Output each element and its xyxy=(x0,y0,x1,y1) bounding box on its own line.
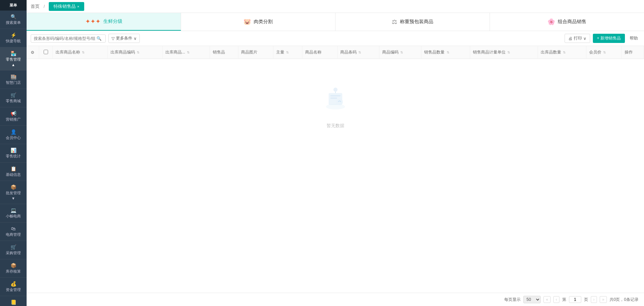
th-sale-qty[interactable]: 销售品数量 ⇅ xyxy=(421,46,470,59)
page-size-label: 每页显示 xyxy=(504,297,521,303)
product-table: ⚙ 出库商品名称 ⇅ 出库商品编码 ⇅ xyxy=(27,46,644,59)
sidebar-item-stock-check[interactable]: 📦 库存核算 xyxy=(0,259,27,278)
sort-icon[interactable]: ⇅ xyxy=(358,50,361,54)
sidebar-item-wholesale-mgmt[interactable]: 📦 批发管理 ▼ xyxy=(0,181,27,204)
th-product-image-label: 商品图片 xyxy=(241,50,257,55)
next-page-button[interactable]: › xyxy=(591,296,597,303)
sort-icon[interactable]: ⇅ xyxy=(286,50,289,54)
expand-arrow-icon: ▲ xyxy=(12,63,15,67)
sidebar-item-basic-info[interactable]: 📋 基础信息 xyxy=(0,163,27,181)
quick-nav-icon: ⚡ xyxy=(11,32,16,38)
main-content: 首页 / 特殊销售品 × ✦✦✦ 生鲜分级 🐷 肉类分割 ⚖ 称重预包装商品 🌸 xyxy=(27,0,644,306)
top-bar: 首页 / 特殊销售品 × xyxy=(27,0,644,13)
add-product-button[interactable]: + 新增销售品 xyxy=(593,34,625,43)
svg-rect-2 xyxy=(330,95,341,96)
sidebar-item-search-menu[interactable]: 🔍 搜索菜单 xyxy=(0,11,27,29)
th-out-product-code-label: 出库商品编码 xyxy=(110,50,135,55)
sort-icon[interactable]: ⇅ xyxy=(400,50,403,54)
sidebar-item-ecom-mgmt[interactable]: 🛍 电商管理 xyxy=(0,223,27,241)
print-label: 打印 xyxy=(574,35,582,41)
page-input[interactable] xyxy=(569,296,581,303)
sidebar-item-label: 电商管理 xyxy=(6,232,21,237)
fresh-grade-icon: ✦✦✦ xyxy=(85,18,101,25)
tab-meat-cut[interactable]: 🐷 肉类分割 xyxy=(181,13,335,31)
search-icon[interactable]: 🔍 xyxy=(96,36,102,41)
sidebar-item-purchase-mgmt[interactable]: 🛒 采购管理 xyxy=(0,241,27,259)
help-button[interactable]: 帮助 xyxy=(628,34,640,43)
th-out-product-more-label: 出库商品... xyxy=(165,50,185,55)
smart-store-icon: 🏬 xyxy=(11,74,16,79)
page-size-select[interactable]: 50 10 20 100 xyxy=(523,296,541,303)
page-label: 第 xyxy=(562,297,566,303)
sidebar-item-retail-mgmt[interactable]: 🏪 零售管理 ▲ xyxy=(0,47,27,71)
tab-close-button[interactable]: × xyxy=(77,4,79,9)
sort-icon[interactable]: ⇅ xyxy=(82,50,85,54)
retail-mgmt-icon: 🏪 xyxy=(11,51,16,56)
sidebar-item-quick-nav[interactable]: ⚡ 快捷导航 xyxy=(0,29,27,47)
search-menu-icon: 🔍 xyxy=(11,14,16,19)
th-sale-unit[interactable]: 销售商品计量单位 ⇅ xyxy=(470,46,538,59)
sort-icon[interactable]: ⇅ xyxy=(137,50,139,54)
prev-page-button[interactable]: ‹ xyxy=(553,296,559,303)
th-out-product-name[interactable]: 出库商品名称 ⇅ xyxy=(53,46,107,59)
sort-icon[interactable]: ⇅ xyxy=(447,50,449,54)
th-member-price[interactable]: 会员价 ⇅ xyxy=(586,46,621,59)
sidebar-item-label: 搜索菜单 xyxy=(6,20,21,25)
sort-icon[interactable]: ⇅ xyxy=(563,50,566,54)
sidebar-item-smart-store[interactable]: 🏬 智慧门店 xyxy=(0,71,27,89)
th-product-image[interactable]: 商品图片 xyxy=(238,46,273,59)
sidebar-item-retail-mall[interactable]: 🛒 零售商城 xyxy=(0,89,27,107)
tab-scale-prepack[interactable]: ⚖ 称重预包装商品 xyxy=(335,13,490,31)
column-settings-icon[interactable]: ⚙ xyxy=(31,50,34,55)
mini-ecom-icon: 💻 xyxy=(11,208,16,213)
tab-label: 特殊销售品 xyxy=(54,3,76,10)
empty-icon xyxy=(322,86,349,119)
filter-button[interactable]: ▽ 更多条件 ∨ xyxy=(108,34,140,43)
first-page-button[interactable]: « xyxy=(543,296,551,303)
collapse-arrow-icon: ▼ xyxy=(12,196,15,200)
search-input[interactable] xyxy=(34,36,95,41)
th-product-barcode[interactable]: 商品条码 ⇅ xyxy=(337,46,379,59)
print-button[interactable]: 🖨 打印 ∨ xyxy=(565,34,590,43)
svg-rect-3 xyxy=(330,97,337,99)
add-btn-label: + 新增销售品 xyxy=(597,35,621,41)
th-product-code[interactable]: 商品编码 ⇅ xyxy=(379,46,421,59)
sidebar-item-label: 智慧门店 xyxy=(6,80,21,85)
page-area: ✦✦✦ 生鲜分级 🐷 肉类分割 ⚖ 称重预包装商品 🌸 组合商品销售 🔍 xyxy=(27,13,644,306)
sidebar-item-fund-mgmt[interactable]: 💰 资金管理 xyxy=(0,278,27,296)
sort-icon[interactable]: ⇅ xyxy=(603,50,606,54)
th-setting[interactable]: ⚙ xyxy=(27,46,39,59)
th-product-name[interactable]: 商品名称 xyxy=(302,46,337,59)
tab-combo-sale[interactable]: 🌸 组合商品销售 xyxy=(490,13,644,31)
search-box[interactable]: 🔍 xyxy=(31,34,106,43)
th-weight[interactable]: 主量 ⇅ xyxy=(273,46,302,59)
filter-arrow-icon: ∨ xyxy=(134,36,137,41)
th-out-qty[interactable]: 出库品数量 ⇅ xyxy=(538,46,586,59)
app-logo: 菜单 xyxy=(0,0,27,11)
tab-meat-cut-label: 肉类分割 xyxy=(254,19,273,25)
fund-mgmt-icon: 💰 xyxy=(11,281,16,287)
tab-special-sales[interactable]: 特殊销售品 × xyxy=(49,2,84,11)
sidebar-item-member-center[interactable]: 👤 会员中心 xyxy=(0,126,27,144)
sidebar-item-sales-promo[interactable]: 📢 营销推广 xyxy=(0,107,27,126)
sort-icon[interactable]: ⇅ xyxy=(187,50,190,54)
tab-combo-sale-label: 组合商品销售 xyxy=(558,19,586,25)
sidebar-item-label: 营销推广 xyxy=(6,117,21,122)
sidebar-item-retail-stats[interactable]: 📊 零售统计 xyxy=(0,144,27,163)
th-sale-product-label: 销售品 xyxy=(213,50,225,55)
last-page-button[interactable]: » xyxy=(600,296,607,303)
wholesale-mgmt-icon: 📦 xyxy=(11,184,16,190)
sort-icon[interactable]: ⇅ xyxy=(507,50,510,54)
sidebar-item-mini-ecom[interactable]: 💻 小畅电商 xyxy=(0,204,27,223)
retail-mall-icon: 🛒 xyxy=(11,92,16,98)
tab-fresh-grade[interactable]: ✦✦✦ 生鲜分级 xyxy=(27,13,181,31)
select-all-checkbox[interactable] xyxy=(44,50,48,54)
sidebar-item-ledger-mgmt[interactable]: 📒 总账管理 xyxy=(0,296,27,306)
th-out-product-code[interactable]: 出库商品编码 ⇅ xyxy=(107,46,162,59)
th-out-product-name-label: 出库商品名称 xyxy=(56,50,80,55)
th-sale-product[interactable]: 销售品 xyxy=(210,46,238,59)
th-out-product-more[interactable]: 出库商品... ⇅ xyxy=(162,46,210,59)
sidebar-item-label: 零售统计 xyxy=(6,154,21,159)
th-checkbox[interactable] xyxy=(39,46,53,59)
breadcrumb-home[interactable]: 首页 xyxy=(31,3,40,10)
